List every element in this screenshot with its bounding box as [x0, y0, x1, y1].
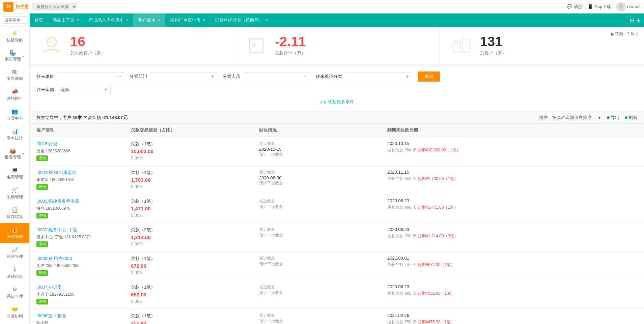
collapse-icon: ∧∧ — [320, 99, 327, 105]
last-collect-label-5: 最近收款 — [259, 256, 387, 261]
debt-count-3: 欠款（1笔） — [131, 198, 259, 204]
video-action[interactable]: ▶ 视频 — [611, 31, 623, 37]
tab-product-shelf[interactable]: 商品上下架 × — [48, 13, 84, 27]
filter-unit-category: 往来单位分类 ▼ — [316, 72, 412, 81]
tab-close-customer-account[interactable]: × — [158, 18, 160, 23]
debt-count-5: 欠款（1笔） — [131, 256, 259, 262]
tab-home[interactable]: 首页 — [30, 13, 48, 27]
overdue-amount-3[interactable]: 超期¥1,471.00（1笔） — [418, 205, 458, 210]
user-avatar-area[interactable]: D demo2 — [616, 2, 641, 11]
debt-customer-count: 16 — [70, 35, 105, 48]
svg-rect-3 — [250, 39, 263, 52]
sidebar-item-enterprise[interactable]: 🤝 企业协同 — [0, 303, 29, 323]
tab-purchase-stat[interactable]: 进货单统计表（按商品） × — [210, 13, 273, 27]
sidebar-item-retail-mall[interactable]: 🛍 零售商城 — [0, 65, 29, 85]
sidebar-item-finance[interactable]: 💰 资金管理 — [0, 223, 29, 243]
balance-select[interactable]: 选择... — [57, 85, 111, 94]
filter-row-2: 往来余额 选择... ▼ — [36, 85, 637, 94]
message-button[interactable]: 💬 消息 — [567, 4, 582, 10]
purchase-icon: 🛒 — [11, 187, 18, 193]
filter-row-1: 往来单位 ··· 分管部门 — [36, 71, 637, 82]
tab-shrink-icon[interactable]: ⊟ — [630, 17, 634, 24]
overdue-date-3: 2020.06.23 — [387, 198, 637, 203]
tab-close-product-shelf[interactable]: × — [77, 18, 79, 23]
sidebar-item-purchase[interactable]: 🛒 采购管理 — [0, 183, 29, 203]
overdue-date-4: 2020.06.23 — [387, 227, 637, 232]
company-selector[interactable]: 母婴行业演示账套 — [32, 3, 77, 10]
sidebar-item-batch-mgmt[interactable]: 📦 批发管理 ▼ — [0, 145, 29, 164]
overdue-amount-1[interactable]: 超期¥10,000.00（1笔） — [418, 148, 460, 152]
sidebar-item-marketing[interactable]: 📣 营销推广 — [0, 85, 29, 105]
overdue-amount-7[interactable]: 超期¥455.90（1笔） — [418, 320, 455, 324]
tab-close-purchase-order[interactable]: × — [203, 18, 205, 23]
svg-point-1 — [48, 41, 50, 43]
sidebar-item-ecommerce[interactable]: 💻 电商管理 — [0, 164, 29, 183]
overdue-amount-6[interactable]: 超期¥652.00（1笔） — [418, 291, 455, 296]
overdue-days-6: 最长欠款 998 天 超期¥652.00（1笔） — [387, 291, 637, 296]
results-actions: 排序：按欠款金额倒序排序 ▼ 导出 刷新 — [539, 115, 637, 121]
app-download-button[interactable]: 📱 App下载 — [588, 4, 611, 10]
customer-name-7[interactable]: [0006]去下粮仓 — [36, 313, 131, 319]
refresh-button[interactable]: 刷新 — [625, 115, 637, 121]
search-button[interactable]: 查询 — [418, 71, 440, 82]
recovery-info-7: 最近收款 预计下次收款 — [259, 313, 387, 324]
export-button[interactable]: 导出 — [607, 115, 619, 121]
sidebar-item-operations[interactable]: 📈 经营管理 — [0, 243, 29, 263]
basic-info-icon: ℹ — [14, 266, 16, 273]
tab-close-purchase-stat[interactable]: × — [265, 18, 268, 23]
customer-tag-1: 现销 — [36, 155, 48, 161]
svg-text:¥: ¥ — [50, 40, 53, 45]
sidebar-item-member[interactable]: 👥 会员中心 — [0, 105, 29, 125]
overdue-amount-2[interactable]: 超期¥1,703.68（1笔） — [418, 176, 458, 181]
recovery-info-2: 最近收款 2020-06-30 预计下次收款 — [259, 170, 387, 186]
sidebar-item-retail-stat[interactable]: 📊 零售统计 — [0, 125, 29, 145]
dept-label: 分管部门 — [130, 73, 147, 80]
sidebar-item-basic-info[interactable]: ℹ 基础信息 — [0, 263, 29, 283]
customer-name-3[interactable]: [0003]畅捷服务尹海燕 — [36, 198, 131, 204]
customer-name-4[interactable]: [0002]服务中心_丁磊 — [36, 227, 131, 233]
debt-amount-7: 455.90 — [131, 320, 259, 324]
balance-label: 往来余额 — [36, 87, 54, 93]
sidebar-item-inventory[interactable]: 📋 库存核算 — [0, 203, 29, 223]
table-header: 客户信息 欠款交易信息（占比） 回收情况 到期未收款日期 — [30, 124, 644, 137]
tab-expand-icon[interactable]: ⊞ — [636, 17, 641, 24]
sidebar-item-newbie[interactable]: 🎯 新手引导 — [0, 323, 29, 324]
last-collect-date-2: 2020-06-30 — [259, 175, 387, 180]
col-header-customer: 客户信息 — [36, 127, 131, 133]
customer-name-2[interactable]: [0001020001]李老师 — [36, 170, 131, 176]
tab-customer-account[interactable]: 客户账本 × — [133, 13, 165, 27]
overdue-amount-4[interactable]: 超期¥1,214.00（3笔） — [418, 234, 458, 238]
sidebar: ⚡ 快捷导航 🏪 零售管理 ▲ 🛍 零售商城 📣 营销推广 👥 会员中心 — [0, 13, 30, 324]
collapse-button[interactable]: ∧∧ 收起更多条件 — [36, 97, 637, 106]
dept-select[interactable] — [150, 72, 217, 81]
tab-bar: 首页 商品上下架 × 产成品入库单历史 × 客户账本 × 采购订单统计表 × — [30, 13, 644, 27]
sidebar-item-retail-mgmt[interactable]: 🏪 零售管理 ▲ — [0, 47, 29, 65]
debt-amount-5: 672.00 — [131, 263, 259, 269]
summary-card-total-customers: 131 总客户（家） ▶ 视频 ? 帮助 — [440, 27, 644, 64]
customer-name-6[interactable]: [0007]小进干 — [36, 284, 131, 290]
person-input[interactable] — [243, 72, 310, 81]
last-collect-label-1: 最近收款 — [259, 141, 387, 147]
help-icon: ? — [627, 32, 629, 36]
next-collect-label-6: 预计下次收款 — [259, 290, 387, 296]
overdue-info-7: 2021.02.26 最长欠款 750 天 超期¥455.90（1笔） — [387, 313, 637, 324]
tab-product-history[interactable]: 产成品入库单历史 × — [84, 13, 133, 27]
customer-contact-1: 吕俊 13026203696 — [36, 148, 131, 154]
debt-count-7: 欠款（1笔） — [131, 313, 259, 319]
avatar: D — [616, 2, 626, 11]
sidebar-item-system[interactable]: ⚙ 系统管理 — [0, 283, 29, 303]
search-input[interactable] — [2, 16, 27, 24]
customer-name-5[interactable]: [000002]用户2050 — [36, 256, 131, 262]
help-action[interactable]: ? 帮助 — [627, 31, 639, 37]
overdue-amount-5[interactable]: 超期¥672.00（1笔） — [418, 262, 455, 267]
top-right: 💬 消息 📱 App下载 D demo2 — [567, 2, 641, 11]
customer-name-1[interactable]: [0016]吕俊 — [36, 141, 131, 147]
unit-category-select[interactable] — [345, 72, 412, 81]
table-row: [0006]去下粮仓 陈小册 现销 欠款（1笔） 455.90 0.00% 最近… — [30, 309, 644, 324]
tab-close-product-history[interactable]: × — [126, 18, 129, 23]
source-unit-input[interactable] — [57, 72, 124, 81]
debt-percent-4: 0.00% — [131, 241, 259, 246]
col-header-recovery: 回收情况 — [259, 127, 387, 133]
sidebar-item-quick-nav[interactable]: ⚡ 快捷导航 — [0, 27, 29, 47]
tab-purchase-order[interactable]: 采购订单统计表 × — [165, 13, 210, 27]
